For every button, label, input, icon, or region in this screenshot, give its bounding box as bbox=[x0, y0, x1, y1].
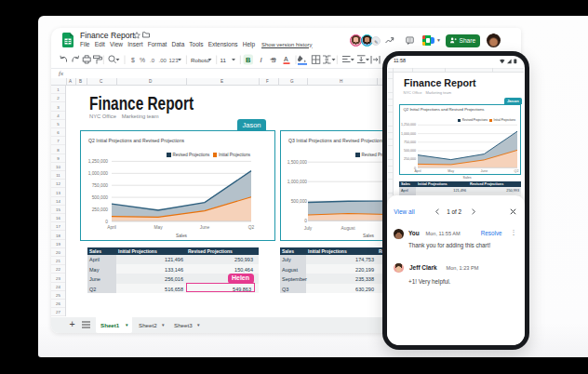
svg-text:S: S bbox=[272, 56, 276, 64]
svg-text:I: I bbox=[261, 56, 262, 64]
svg-text:123: 123 bbox=[169, 58, 180, 63]
svg-text:B: B bbox=[246, 56, 251, 64]
svg-text:11: 11 bbox=[220, 57, 227, 63]
svg-text:.00: .00 bbox=[159, 58, 167, 63]
svg-text:.0: .0 bbox=[150, 58, 155, 63]
svg-text:A: A bbox=[284, 56, 288, 62]
svg-text:Roboto: Roboto bbox=[191, 57, 210, 63]
svg-text:%: % bbox=[140, 57, 145, 63]
svg-text:$: $ bbox=[131, 57, 135, 63]
